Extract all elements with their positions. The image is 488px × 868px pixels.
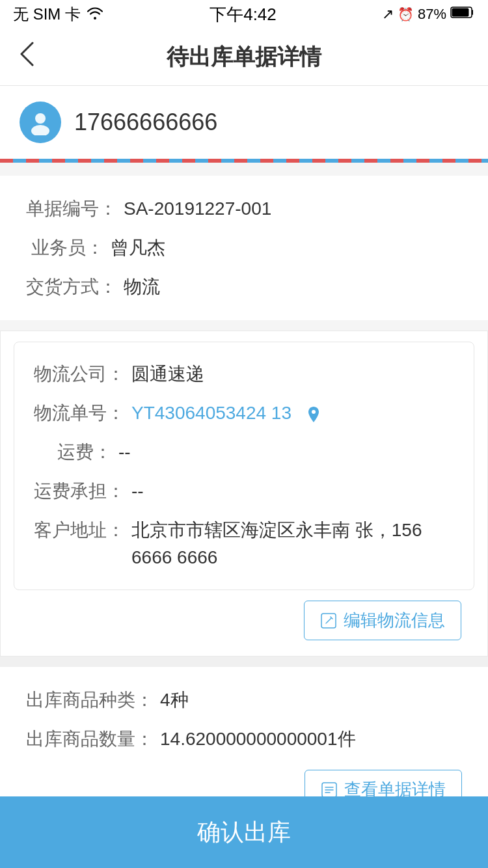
confirm-outbound-label: 确认出库 <box>197 817 291 848</box>
dashed-divider <box>0 159 488 163</box>
confirm-outbound-button[interactable]: 确认出库 <box>0 796 488 868</box>
customer-header: 17666666666 <box>0 86 488 159</box>
staff-value: 曾凡杰 <box>111 234 462 262</box>
edit-logistics-button[interactable]: 编辑物流信息 <box>304 601 461 640</box>
section-gap-1 <box>0 320 488 331</box>
delivery-row: 交货方式： 物流 <box>26 273 462 301</box>
nav-bar: 待出库单据详情 <box>0 29 488 86</box>
goods-type-value: 4种 <box>160 686 462 714</box>
tracking-value: YT43064053424 13 <box>131 400 454 427</box>
time-display: 下午4:42 <box>210 3 277 26</box>
freight-row: 运费： -- <box>34 439 454 466</box>
page-title: 待出库单据详情 <box>167 42 321 72</box>
svg-point-5 <box>312 410 316 414</box>
battery-text: 87% <box>418 6 446 23</box>
goods-quantity-label: 出库商品数量： <box>26 726 160 753</box>
freight-label: 运费： <box>34 439 118 466</box>
location-pin-icon[interactable] <box>305 405 323 424</box>
location-icon: ↗ <box>382 6 394 23</box>
status-left: 无 SIM 卡 <box>13 4 104 25</box>
goods-quantity-row: 出库商品数量： 14.620000000000001件 <box>26 726 462 753</box>
tracking-label: 物流单号： <box>34 400 131 427</box>
delivery-label: 交货方式： <box>26 273 124 301</box>
delivery-value: 物流 <box>124 273 462 301</box>
tracking-row: 物流单号： YT43064053424 13 <box>34 400 454 427</box>
document-label: 单据编号： <box>26 195 124 223</box>
basic-info-section: 单据编号： SA-20191227-001 业务员： 曾凡杰 交货方式： 物流 <box>0 176 488 320</box>
wifi-icon <box>86 5 104 23</box>
document-row: 单据编号： SA-20191227-001 <box>26 195 462 223</box>
goods-quantity-value: 14.620000000000001件 <box>160 726 462 753</box>
alarm-icon: ⏰ <box>398 7 414 22</box>
avatar <box>20 102 61 143</box>
company-label: 物流公司： <box>34 360 131 388</box>
freight-bear-value: -- <box>131 478 454 505</box>
goods-type-row: 出库商品种类： 4种 <box>26 686 462 714</box>
freight-bear-row: 运费承担： -- <box>34 478 454 505</box>
goods-type-label: 出库商品种类： <box>26 686 160 714</box>
status-right: ↗ ⏰ 87% <box>382 6 475 23</box>
customer-phone: 17666666666 <box>74 109 217 136</box>
carrier-text: 无 SIM 卡 <box>13 4 81 25</box>
svg-rect-1 <box>452 8 468 17</box>
freight-bear-label: 运费承担： <box>34 478 131 505</box>
staff-row: 业务员： 曾凡杰 <box>26 234 462 262</box>
address-label: 客户地址： <box>34 517 131 544</box>
company-row: 物流公司： 圆通速递 <box>34 360 454 388</box>
logistics-section: 物流公司： 圆通速递 物流单号： YT43064053424 13 <box>14 342 474 590</box>
battery-icon <box>450 6 475 23</box>
goods-section: 出库商品种类： 4种 出库商品数量： 14.620000000000001件 <box>0 667 488 759</box>
gray-divider-1 <box>0 657 488 667</box>
svg-point-3 <box>31 125 49 135</box>
document-value: SA-20191227-001 <box>124 195 462 223</box>
edit-logistics-label: 编辑物流信息 <box>344 609 445 632</box>
freight-value: -- <box>118 439 454 466</box>
address-value: 北京市市辖区海淀区永丰南 张，156 6666 6666 <box>131 517 454 571</box>
back-button[interactable] <box>20 35 40 79</box>
edit-btn-row: 编辑物流信息 <box>1 590 487 656</box>
svg-point-2 <box>35 113 46 124</box>
address-row: 客户地址： 北京市市辖区海淀区永丰南 张，156 6666 6666 <box>34 517 454 571</box>
company-value: 圆通速递 <box>131 360 454 388</box>
status-bar: 无 SIM 卡 下午4:42 ↗ ⏰ 87% <box>0 0 488 29</box>
staff-label: 业务员： <box>26 234 111 262</box>
content-area: 17666666666 单据编号： SA-20191227-001 业务员： 曾… <box>0 86 488 868</box>
